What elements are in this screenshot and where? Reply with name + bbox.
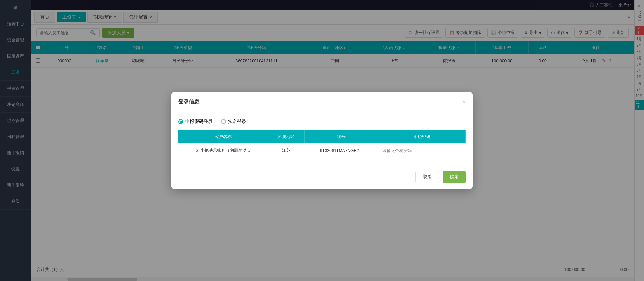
radio-realname-login[interactable]: 实名登录 (221, 118, 246, 125)
dialog-col-tax-no: 税号 (305, 130, 378, 143)
login-type-radio-group: 申报密码登录 实名登录 (178, 118, 466, 125)
cancel-button[interactable]: 取消 (415, 171, 439, 183)
radio-password-circle (178, 119, 183, 124)
dialog-table-row: 刘小艳演示账套（勿删勿动... 江苏 91320811MA7NGR2... (178, 143, 466, 158)
dialog-client-name: 刘小艳演示账套（勿删勿动... (178, 143, 268, 158)
dialog-footer: 取消 确定 (171, 165, 473, 189)
dialog-region: 江苏 (268, 143, 305, 158)
dialog-overlay: 登录信息 × 申报密码登录 实名登录 客户名称 所属地区 (0, 0, 644, 281)
dialog-header: 登录信息 × (171, 92, 473, 111)
dialog-col-password: 个税密码 (378, 130, 466, 143)
dialog-close-button[interactable]: × (462, 98, 466, 105)
radio-password-login[interactable]: 申报密码登录 (178, 118, 213, 125)
confirm-button[interactable]: 确定 (443, 171, 466, 183)
login-dialog: 登录信息 × 申报密码登录 实名登录 客户名称 所属地区 (171, 92, 473, 189)
dialog-col-client: 客户名称 (178, 130, 268, 143)
dialog-col-region: 所属地区 (268, 130, 305, 143)
radio-realname-circle (221, 119, 226, 124)
dialog-client-table: 客户名称 所属地区 税号 个税密码 刘小艳演示账套（勿删勿动... 江苏 913… (178, 130, 466, 158)
dialog-tax-no: 91320811MA7NGR2... (305, 143, 378, 158)
dialog-body: 申报密码登录 实名登录 客户名称 所属地区 税号 个税密码 (171, 111, 473, 165)
dialog-password-cell[interactable] (378, 143, 466, 158)
dialog-title: 登录信息 (178, 98, 199, 105)
individual-tax-password-input[interactable] (382, 148, 462, 153)
